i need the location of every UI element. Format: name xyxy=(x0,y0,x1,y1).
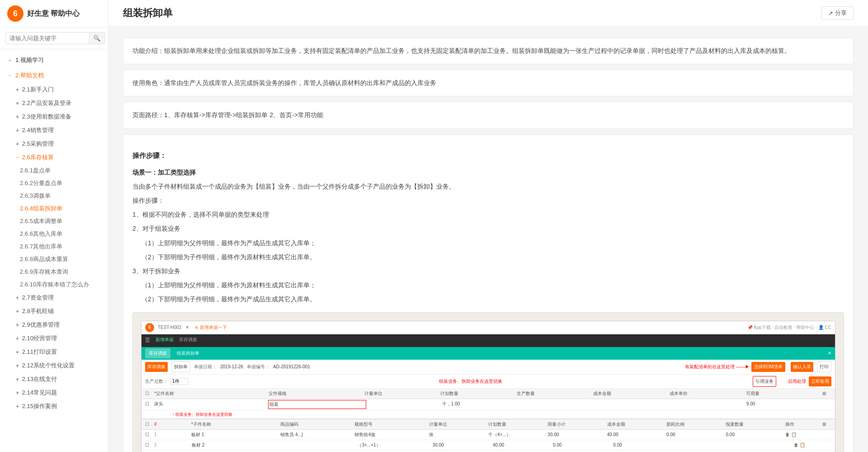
mock-spacer: ▼ xyxy=(185,324,189,332)
mock-bth-loss: 损耗比例 xyxy=(666,420,726,428)
search-button[interactable]: 🔍 xyxy=(90,32,105,44)
mock-row-check: ☐ xyxy=(145,400,152,409)
mock-bth-num: # xyxy=(154,420,191,428)
sidebar-item-other-in[interactable]: 2.6.6其他入库单 xyxy=(0,228,108,240)
screenshot-image: 6 TEST-H002 ▼ ⊕ 新增单据一下 📌 App下载 · 自动检查 · … xyxy=(133,313,844,452)
plus-icon: ＋ xyxy=(14,321,22,328)
mock-apply-btn: 立即套用 xyxy=(809,376,831,386)
sidebar-item-assembly[interactable]: 2.6.4组装拆卸单 xyxy=(0,202,108,215)
sidebar-item-faq[interactable]: ＋ 2.14常见问题 xyxy=(0,386,108,400)
mock-count-input[interactable] xyxy=(170,378,189,385)
mock-th-parent-spec: 父件规格 xyxy=(269,390,364,398)
nav-section-2: － 2.帮助文档 ＋ 2.1新手入门 ＋ 2.2产品安装及登录 ＋ 2.3使用前… xyxy=(0,68,108,413)
mock-annotation2-container: 组装业务、拆卸业务在这里切换 xyxy=(439,377,502,385)
mock-bom-btn: 选择BOM清单 xyxy=(751,362,785,372)
sidebar-item-personalize[interactable]: ＋ 2.12系统个性化设置 xyxy=(0,359,108,372)
mock-bth-planqty: 计划数量 xyxy=(488,420,547,428)
mock-bth-op: 操作 xyxy=(785,420,822,428)
sidebar-item-cases[interactable]: ＋ 2.15操作案例 xyxy=(0,400,108,413)
sidebar-item-transfer[interactable]: 2.6.3调拨单 xyxy=(0,190,108,202)
sidebar-item-mobile[interactable]: ＋ 2.8手机旺铺 xyxy=(0,305,108,318)
plus-icon: ＋ xyxy=(14,113,22,120)
plus-icon: ＋ xyxy=(7,57,13,64)
mock-confirm-btn: 确认入库 xyxy=(791,362,813,372)
annotation2-text: 组装业务、拆卸业务在这里切换 xyxy=(439,379,502,384)
mock-th-unit: 计量单位 xyxy=(364,390,441,398)
mock-parent-name: 床头 xyxy=(154,400,268,409)
search-input[interactable] xyxy=(5,32,90,44)
sidebar-item-sales[interactable]: ＋ 2.4销售管理 xyxy=(0,124,108,137)
mock-th-prod-qty: 生产数量 xyxy=(517,390,593,398)
mock-brow1-unit: 块 xyxy=(429,431,488,439)
plus-icon: ＋ xyxy=(14,140,22,147)
sidebar-item-inventory[interactable]: － 2.6库存核算 xyxy=(0,151,108,164)
mock-navbar: ☰ 新增单据 库存调拨 xyxy=(142,334,835,347)
sidebar-item-partial-stocktake[interactable]: 2.6.2分量盘点单 xyxy=(0,177,108,190)
search-bar: 🔍 xyxy=(0,28,108,49)
sidebar-item-install[interactable]: ＋ 2.2产品安装及登录 xyxy=(0,96,108,110)
mock-date-label: 单据日期： xyxy=(194,363,217,371)
sidebar-item-docs[interactable]: － 2.帮助文档 xyxy=(0,68,108,83)
mock-print-btn: 打印 xyxy=(817,362,831,372)
sidebar-item-cost-recalc[interactable]: 2.6.8商品成本重算 xyxy=(0,253,108,266)
sidebar-item-other-out[interactable]: 2.6.7其他出库单 xyxy=(0,240,108,253)
mock-brow2-scrap xyxy=(734,441,794,449)
mock-bcheckbox-col: ☐ xyxy=(145,420,152,428)
mock-bth-name: *子件名称 xyxy=(191,420,280,428)
sidebar-item-payment[interactable]: ＋ 2.13在线支付 xyxy=(0,372,108,386)
annotation1-text: 有装配清单的在这里处理 ——▶ xyxy=(685,363,750,371)
mock-form-header: 库存调拨 拆卸单 单据日期： 2019-12-26 单据编号： AD-20191… xyxy=(142,360,835,375)
step2-2: （2）下部明细为子件明细，最终作为原材料生成其它出库单。 xyxy=(142,252,844,263)
step3: 3、对于拆卸业务 xyxy=(132,266,844,277)
annotation2-arrow: ↑ 组装业务、拆卸业务在这里切换 xyxy=(172,411,232,418)
mock-th-action: ⊞ xyxy=(822,390,831,398)
sidebar-item-coupon[interactable]: ＋ 2.9优惠券管理 xyxy=(0,318,108,332)
mock-brow2-sub: 0.00 xyxy=(553,441,613,449)
mock-brow1-op: 🗑 📋 xyxy=(785,431,822,439)
mock-th-cost-price: 成本单价 xyxy=(670,390,746,398)
mock-bth-code: 商品编码 xyxy=(280,420,354,428)
mock-brow1-scrap: 0.00 xyxy=(726,431,785,439)
mock-row-action xyxy=(822,400,831,409)
plus-icon: ＋ xyxy=(14,335,22,342)
sidebar-item-finance[interactable]: ＋ 2.7资金管理 xyxy=(0,291,108,305)
sidebar-item-newbie[interactable]: ＋ 2.1新手入门 xyxy=(0,83,108,96)
sidebar-item-purchase[interactable]: ＋ 2.5采购管理 xyxy=(0,137,108,151)
sidebar-item-stock-error[interactable]: 2.6.10库存账本错了怎么办 xyxy=(0,278,108,291)
search-icon: 🔍 xyxy=(93,35,101,42)
sidebar-item-video[interactable]: ＋ 1.视频学习 xyxy=(0,53,108,67)
mock-toolbar-tab2: 组装拆卸单 xyxy=(173,348,203,358)
mock-nav-new: 新增单据 xyxy=(156,336,174,346)
mock-brow2-loss xyxy=(673,441,733,449)
mock-billno-value: AD-20191226-001 xyxy=(273,363,310,371)
mock-bth-spec: 规格型号 xyxy=(354,420,429,428)
step2: 2、对于组装业务 xyxy=(132,223,844,234)
share-button[interactable]: ↗ 分享 xyxy=(821,6,854,20)
minus-icon: － xyxy=(7,72,13,80)
sidebar-item-cost-adjust[interactable]: 2.6.5成本调整单 xyxy=(0,215,108,228)
plus-icon: ＋ xyxy=(14,348,22,355)
mock-brow2-cost: 0.00 xyxy=(613,441,673,449)
mock-green-toolbar: 库存调拨 组装拆卸单 ✕ xyxy=(142,347,835,360)
steps-section: 操作步骤： 场景一：加工类型选择 当由多个子件材料组装成一个成品的业务为【组装】… xyxy=(123,134,854,452)
minus-icon: － xyxy=(14,154,22,161)
step3-2: （2）下部明细为子件明细，最终作为产成品生成其它入库单。 xyxy=(142,294,844,305)
sidebar-item-ops[interactable]: ＋ 2.10经营管理 xyxy=(0,332,108,345)
main-area: 组装拆卸单 ↗ 分享 功能介绍：组装拆卸单用来处理企业组装或拆卸等加工业务，支持… xyxy=(108,0,868,452)
mock-annotation2-arrow-row: ↑ 组装业务、拆卸业务在这里切换 xyxy=(142,410,835,419)
logo-text: 好生意 帮助中心 xyxy=(27,9,80,19)
mock-brow1-code: 销售员 4...) xyxy=(280,431,354,439)
mock-bth-cost: 成本金额 xyxy=(607,420,666,428)
steps-label: 操作步骤： xyxy=(132,195,844,206)
sidebar-nav: ＋ 1.视频学习 － 2.帮助文档 ＋ 2.1新手入门 ＋ 2.2产品安装及登录 xyxy=(0,49,108,452)
nav-children-2: ＋ 2.1新手入门 ＋ 2.2产品安装及登录 ＋ 2.3使用前数据准备 ＋ 2.… xyxy=(0,83,108,413)
sidebar-item-print[interactable]: ＋ 2.11打印设置 xyxy=(0,345,108,359)
plus-icon: ＋ xyxy=(14,100,22,106)
mock-prodqty-val xyxy=(518,400,594,409)
sidebar-item-stock-ledger[interactable]: 2.6.9库存账本查询 xyxy=(0,266,108,278)
mock-checkbox-col: ☐ xyxy=(145,390,152,398)
mock-new-btn: ⊕ 新增单据一下 xyxy=(195,324,227,332)
share-icon: ↗ xyxy=(828,10,833,17)
sidebar-item-data-prep[interactable]: ＋ 2.3使用前数据准备 xyxy=(0,110,108,124)
sidebar-item-stocktake[interactable]: 2.6.1盘点单 xyxy=(0,164,108,177)
